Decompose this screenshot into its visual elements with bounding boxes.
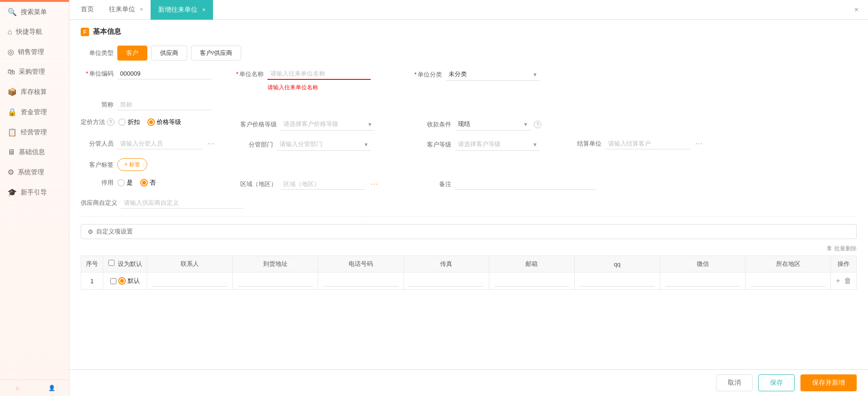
form-footer: 取消 保存 保存并新增 bbox=[69, 369, 868, 396]
sidebar-item-label: 基础信息 bbox=[19, 148, 45, 156]
email-input[interactable] bbox=[494, 275, 569, 287]
region-more-icon[interactable]: ··· bbox=[369, 180, 380, 188]
phone-input[interactable] bbox=[323, 275, 398, 287]
unit-code-input[interactable] bbox=[117, 68, 211, 79]
col-wechat: 微信 bbox=[660, 256, 745, 272]
supplier-custom-input[interactable] bbox=[121, 197, 243, 209]
pricing-help-icon[interactable]: ? bbox=[107, 118, 114, 126]
disabled-yes-circle bbox=[117, 179, 125, 186]
settlement-more-icon[interactable]: ··· bbox=[693, 140, 705, 148]
section-title-text: 基本信息 bbox=[93, 27, 121, 36]
qq-input[interactable] bbox=[579, 275, 655, 287]
tab-new-partner[interactable]: 新增往来单位 × bbox=[151, 0, 213, 20]
search-icon: 🔍 bbox=[8, 8, 17, 16]
settlement-unit-input[interactable] bbox=[605, 138, 690, 149]
row-wechat bbox=[660, 272, 745, 290]
sidebar-item-search[interactable]: 🔍 搜索菜单 bbox=[0, 2, 69, 22]
remark-input[interactable] bbox=[455, 179, 596, 190]
pricing-level-radio[interactable]: 价格等级 bbox=[147, 118, 181, 126]
price-level-arrow-icon: ▾ bbox=[368, 121, 372, 128]
gear-icon: ⚙ bbox=[88, 228, 93, 235]
unit-category-select[interactable]: 未分类 ▾ bbox=[446, 68, 540, 81]
sidebar-item-system[interactable]: ⚙ 系统管理 bbox=[0, 162, 69, 182]
col-index: 序号 bbox=[81, 256, 103, 272]
fax-input[interactable] bbox=[409, 275, 484, 287]
sidebar-item-newbie[interactable]: 🎓 新手引导 bbox=[0, 182, 69, 202]
operations-icon: 📋 bbox=[8, 128, 17, 137]
price-level-radio-circle bbox=[147, 118, 155, 126]
tab-partners[interactable]: 往来单位 × bbox=[101, 0, 151, 20]
tab-home[interactable]: 首页 bbox=[73, 0, 101, 20]
disabled-no-label: 否 bbox=[150, 179, 156, 187]
address-input[interactable] bbox=[238, 275, 313, 287]
inventory-icon: 📦 bbox=[8, 87, 17, 96]
row-add-button[interactable]: + bbox=[836, 277, 840, 285]
customer-level-select[interactable]: 请选择客户等级 ▾ bbox=[455, 138, 540, 151]
tag-row: 客户标签 + 标签 bbox=[81, 158, 857, 171]
sidebar-item-basic[interactable]: 🖥 基础信息 bbox=[0, 142, 69, 162]
cancel-button[interactable]: 取消 bbox=[716, 374, 753, 391]
newbie-icon: 🎓 bbox=[8, 188, 17, 197]
select-all-checkbox[interactable] bbox=[108, 260, 114, 266]
col-address: 到货地址 bbox=[233, 256, 318, 272]
tab-new-partner-close[interactable]: × bbox=[202, 7, 206, 13]
short-name-input[interactable] bbox=[117, 99, 211, 110]
sidebar-item-label: 经营管理 bbox=[21, 128, 47, 137]
row-region-input[interactable] bbox=[751, 275, 826, 287]
type-btn-customer[interactable]: 客户 bbox=[117, 46, 147, 61]
sidebar-home-btn[interactable]: ⌂ bbox=[0, 380, 35, 396]
custom-settings-btn[interactable]: ⚙ 自定义项设置 bbox=[81, 224, 857, 239]
finance-icon: 🔒 bbox=[8, 108, 17, 116]
customer-price-level-select[interactable]: 请选择客户价格等级 ▾ bbox=[281, 118, 374, 131]
manager-more-icon[interactable]: ··· bbox=[206, 140, 217, 148]
payment-help-icon[interactable]: ? bbox=[534, 121, 541, 128]
contact-input[interactable] bbox=[152, 275, 228, 287]
save-new-button[interactable]: 保存并新增 bbox=[800, 374, 857, 391]
disabled-label: 停用 bbox=[81, 179, 114, 187]
disabled-radio-group: 是 否 bbox=[117, 179, 156, 187]
pricing-method-group: 定价方法 ? 折扣 价格等级 bbox=[81, 118, 240, 126]
row-delete-button[interactable]: 🗑 bbox=[844, 277, 852, 285]
sidebar-item-sales[interactable]: ◎ 销售管理 bbox=[0, 42, 69, 62]
row-qq bbox=[574, 272, 660, 290]
pricing-discount-radio[interactable]: 折扣 bbox=[118, 118, 140, 126]
row-checkbox[interactable] bbox=[110, 278, 116, 284]
tab-partners-close[interactable]: × bbox=[140, 6, 143, 13]
region-label: 区域（地区） bbox=[240, 180, 277, 188]
row-default-radio[interactable]: 默认 bbox=[118, 277, 140, 285]
batch-delete-label[interactable]: 批量删除 bbox=[834, 245, 857, 253]
pricing-row: 定价方法 ? 折扣 价格等级 客户价格等级 请选择客户价 bbox=[81, 118, 857, 131]
sidebar: 🔍 搜索菜单 ⌂ 快捷导航 ◎ 销售管理 🛍 采购管理 📦 库存核算 🔒 资金管… bbox=[0, 0, 69, 396]
disabled-yes-radio[interactable]: 是 bbox=[117, 179, 133, 187]
sidebar-item-operations[interactable]: 📋 经营管理 bbox=[0, 122, 69, 142]
add-tag-button[interactable]: + 标签 bbox=[117, 158, 147, 171]
sidebar-item-label: 新手引导 bbox=[21, 188, 47, 197]
sidebar-item-label: 采购管理 bbox=[19, 68, 45, 76]
disabled-no-radio[interactable]: 否 bbox=[140, 179, 156, 187]
category-arrow-icon: ▾ bbox=[533, 71, 537, 78]
disabled-no-circle bbox=[140, 179, 148, 186]
unit-name-input[interactable] bbox=[267, 68, 371, 80]
type-btn-supplier[interactable]: 供应商 bbox=[151, 46, 187, 61]
batch-delete-area: 🗑 批量删除 bbox=[81, 245, 857, 253]
col-actions: 操作 bbox=[831, 256, 857, 272]
type-btn-both[interactable]: 客户/供应商 bbox=[191, 46, 241, 61]
department-select[interactable]: 请输入分管部门 ▾ bbox=[277, 138, 371, 151]
batch-delete-icon: 🗑 bbox=[827, 245, 832, 253]
sidebar-item-quicknav[interactable]: ⌂ 快捷导航 bbox=[0, 22, 69, 42]
sidebar-item-finance[interactable]: 🔒 资金管理 bbox=[0, 102, 69, 122]
wechat-input[interactable] bbox=[665, 275, 740, 287]
home-nav-icon: ⌂ bbox=[8, 28, 12, 36]
sidebar-item-inventory[interactable]: 📦 库存核算 bbox=[0, 82, 69, 102]
sidebar-item-label: 系统管理 bbox=[18, 168, 44, 177]
sidebar-item-purchase[interactable]: 🛍 采购管理 bbox=[0, 62, 69, 82]
save-button[interactable]: 保存 bbox=[758, 374, 795, 391]
unit-name-label: *单位名称 bbox=[231, 70, 264, 78]
region-input[interactable] bbox=[281, 179, 365, 190]
payment-terms-select[interactable]: 现结 ▾ bbox=[455, 118, 530, 131]
system-icon: ⚙ bbox=[8, 168, 14, 177]
sidebar-user-btn[interactable]: 👤 bbox=[35, 380, 69, 396]
department-group: 分管部门 请输入分管部门 ▾ bbox=[240, 138, 419, 151]
close-all-tabs[interactable]: × bbox=[849, 6, 864, 14]
manager-input[interactable] bbox=[117, 138, 202, 149]
